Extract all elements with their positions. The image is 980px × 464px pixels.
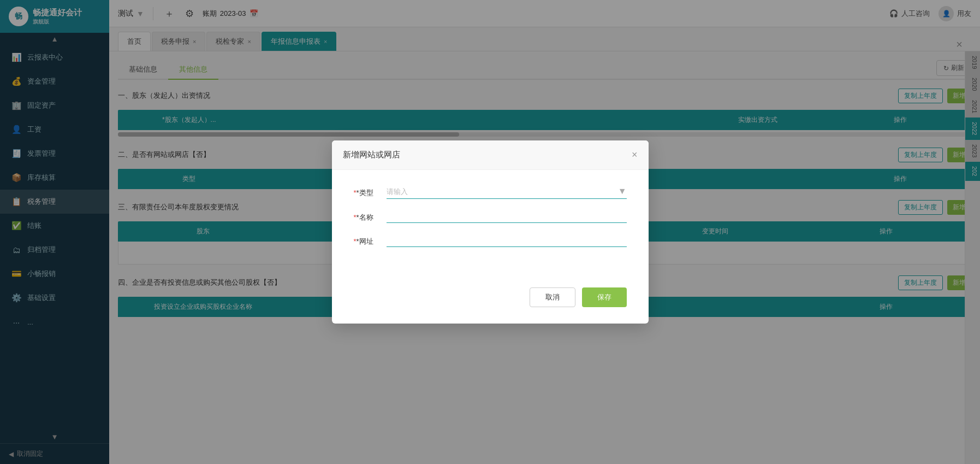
modal-title: 新增网站或网店 [343,150,400,160]
modal-add-website: 新增网站或网店 × **类型 ▼ **名称 [332,140,649,324]
type-input-wrapper: ▼ [387,186,627,199]
modal-header: 新增网站或网店 × [332,140,649,170]
url-input[interactable] [387,236,627,244]
save-button[interactable]: 保存 [582,287,627,307]
dropdown-arrow-icon: ▼ [618,186,627,196]
modal-overlay: 新增网站或网店 × **类型 ▼ **名称 [0,0,980,464]
type-input[interactable] [387,187,618,196]
name-input-wrapper [387,212,627,223]
label-text: *类型 [357,189,373,197]
form-row-name: **名称 [354,212,627,223]
modal-body: **类型 ▼ **名称 **网址 [332,170,649,277]
label-text3: *网址 [357,237,373,245]
form-label-name: **名称 [354,213,387,222]
name-input[interactable] [387,212,627,220]
url-input-wrapper [387,236,627,247]
form-label-type: **类型 [354,188,387,198]
label-text2: *名称 [357,213,373,221]
form-label-url: **网址 [354,237,387,246]
form-row-type: **类型 ▼ [354,186,627,199]
modal-close-button[interactable]: × [632,149,638,161]
form-row-url: **网址 [354,236,627,247]
modal-footer: 取消 保存 [332,277,649,324]
cancel-button[interactable]: 取消 [530,287,575,307]
